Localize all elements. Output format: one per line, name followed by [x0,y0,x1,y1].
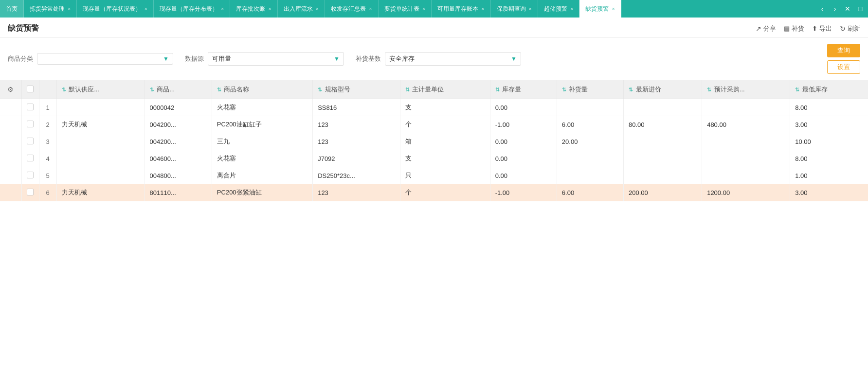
col-product-name[interactable]: ⇅ 商品名称 [212,80,312,99]
tab-order-stat[interactable]: 要货单统计表× [379,0,432,18]
tab-inout[interactable]: 出入库流水× [278,0,325,18]
row-checkbox-cell[interactable] [21,116,39,133]
col-unit-label: 主计量单位 [412,86,444,93]
select-all-checkbox[interactable] [27,86,34,92]
row-latest-price: 80.00 [624,116,702,133]
tab-close-expiry[interactable]: × [529,6,532,12]
col-stock-qty[interactable]: ⇅ 库存量 [490,80,557,99]
col-select-all[interactable] [21,80,39,99]
row-supplier [56,167,145,184]
col-spec-label: 规格型号 [325,86,350,93]
row-checkbox-cell[interactable] [21,184,39,201]
tab-label-expiry: 保质期查询 [497,5,526,13]
row-product-code: 004200... [145,116,212,133]
row-stock-qty: 0.00 [490,150,557,167]
row-latest-price [624,133,702,150]
row-stock-qty: -1.00 [490,184,557,201]
col-min-stock-label: 最低库存 [802,86,828,93]
tab-close-inout[interactable]: × [316,6,319,12]
col-supplier-label: 默认供应... [69,86,99,93]
row-number: 6 [39,184,56,201]
row-est-purchase [702,133,790,150]
tab-batch[interactable]: 库存批次账× [230,0,277,18]
row-product-code: 004800... [145,167,212,184]
category-filter-group: 商品分类 ▼ [8,53,173,65]
col-unit[interactable]: ⇅ 主计量单位 [400,80,490,99]
header-actions: ↗ 分享 ▤ 补货 ⬆ 导出 ↻ 刷新 [756,24,860,33]
product-name-sort-icon: ⇅ [217,87,221,92]
col-supplier[interactable]: ⇅ 默认供应... [56,80,145,99]
col-latest-price[interactable]: ⇅ 最新进价 [624,80,702,99]
tab-close-shortage[interactable]: × [612,6,615,12]
col-est-purchase[interactable]: ⇅ 预计采购... [702,80,790,99]
refresh-icon: ↻ [840,25,846,33]
filter-actions: 查询 设置 [827,44,860,74]
tab-fullscreen-btn[interactable]: □ [854,3,866,15]
tab-next-btn[interactable]: › [829,3,841,15]
tab-expiry[interactable]: 保质期查询× [491,0,538,18]
datasource-filter-select[interactable]: 可用量 ▼ [208,52,344,66]
tab-close-stock-dist[interactable]: × [221,6,224,12]
col-spec[interactable]: ⇅ 规格型号 [313,80,400,99]
tab-prev-btn[interactable]: ‹ [816,3,828,15]
refresh-action[interactable]: ↻ 刷新 [840,24,860,33]
row-checkbox[interactable] [27,189,34,195]
row-checkbox[interactable] [27,138,34,144]
row-est-purchase: 1200.00 [702,184,790,201]
tab-close-all-btn[interactable]: ✕ [842,3,853,15]
col-min-stock[interactable]: ⇅ 最低库存 [790,80,868,99]
datasource-dropdown-arrow: ▼ [334,55,340,62]
query-button[interactable]: 查询 [827,44,860,57]
row-stock-qty: 0.00 [490,167,557,184]
row-supplier [56,133,145,150]
tab-overstock[interactable]: 超储预警× [538,0,579,18]
row-checkbox-cell[interactable] [21,150,39,167]
tab-shortage[interactable]: 缺货预警× [579,0,621,18]
row-checkbox[interactable] [27,155,34,161]
row-replenish-qty: 20.00 [557,133,623,150]
tab-navigation: ‹ › ✕ □ [816,3,868,15]
category-filter-select[interactable]: ▼ [37,53,173,65]
tab-close-stock-status[interactable]: × [144,6,147,12]
row-checkbox-cell[interactable] [21,99,39,116]
row-checkbox-cell[interactable] [21,133,39,150]
tab-avail-ledger[interactable]: 可用量库存账本× [432,0,490,18]
row-replenish-qty: 6.00 [557,116,623,133]
settings-button[interactable]: 设置 [827,60,860,74]
row-checkbox[interactable] [27,121,34,127]
tab-close-abnormal[interactable]: × [68,6,71,12]
row-product-code: 801110... [145,184,212,201]
replenish-base-filter-select[interactable]: 安全库存 ▼ [385,52,521,66]
row-number: 3 [39,133,56,150]
tab-label-inout: 出入库流水 [284,5,313,13]
tab-close-avail-ledger[interactable]: × [481,6,484,12]
replenish-action[interactable]: ▤ 补货 [784,24,804,33]
row-stock-qty: 0.00 [490,99,557,116]
row-number: 4 [39,150,56,167]
col-settings[interactable]: ⚙ [0,80,21,99]
tab-close-order-stat[interactable]: × [422,6,425,12]
col-product-code[interactable]: ⇅ 商品... [145,80,212,99]
tab-collect[interactable]: 收发存汇总表× [325,0,378,18]
export-action[interactable]: ⬆ 导出 [812,24,832,33]
row-checkbox[interactable] [27,172,34,178]
tab-home[interactable]: 首页 [0,0,24,18]
row-checkbox-cell[interactable] [21,167,39,184]
row-unit: 箱 [400,133,490,150]
tab-label-batch: 库存批次账 [236,5,265,13]
product-code-sort-icon: ⇅ [150,87,154,92]
tab-abnormal[interactable]: 拣货异常处理× [24,0,77,18]
tab-close-overstock[interactable]: × [570,6,573,12]
filter-bar: 商品分类 ▼ 数据源 可用量 ▼ 补货基数 安全库存 ▼ 查询 设置 [0,38,868,80]
tab-stock-dist[interactable]: 现存量（库存分布表）× [154,0,230,18]
tab-close-collect[interactable]: × [369,6,372,12]
row-product-code: 0000042 [145,99,212,116]
column-settings-icon[interactable]: ⚙ [5,84,16,95]
share-action[interactable]: ↗ 分享 [756,24,776,33]
row-number: 2 [39,116,56,133]
row-checkbox[interactable] [27,104,34,110]
col-replenish-qty[interactable]: ⇅ 补货量 [557,80,623,99]
tab-bar: 首页拣货异常处理×现存量（库存状况表）×现存量（库存分布表）×库存批次账×出入库… [0,0,868,18]
tab-stock-status[interactable]: 现存量（库存状况表）× [77,0,153,18]
tab-close-batch[interactable]: × [268,6,271,12]
